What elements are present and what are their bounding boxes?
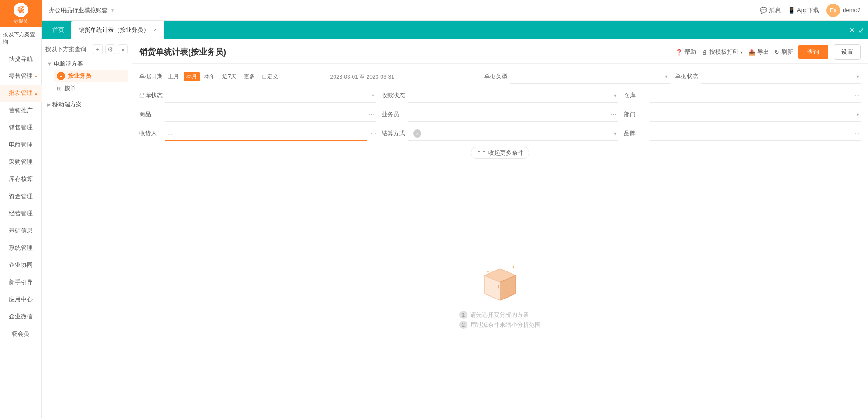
header-left: 办公用品行业模拟账套 ▾	[49, 6, 114, 14]
add-icon: +	[96, 46, 99, 53]
print-btn[interactable]: 🖨 按模板打印 ▾	[702, 48, 743, 56]
receiver-input[interactable]	[165, 126, 367, 141]
sidebar-item-purchase[interactable]: 采购管理	[0, 153, 42, 171]
scheme-order[interactable]: ⊞ 按单	[54, 82, 128, 95]
goods-select[interactable]: ···	[165, 107, 376, 122]
scheme-salesperson[interactable]: ● 按业务员	[54, 70, 128, 82]
refresh-label: 刷新	[781, 48, 793, 56]
collapse-icon: «	[121, 46, 124, 53]
sidebar-item-basic[interactable]: 基础信息	[0, 222, 42, 239]
settlement-select[interactable]: × ▾	[408, 126, 618, 141]
tab-close-btn[interactable]: ×	[154, 27, 157, 33]
svg-text:↑: ↑	[497, 282, 500, 290]
sidebar-item-marketing[interactable]: 营销推广	[0, 102, 42, 119]
tab-expand-icon[interactable]: ⤢	[859, 26, 864, 34]
payment-status-select[interactable]: ▾	[408, 88, 618, 103]
export-icon: 📤	[748, 49, 755, 56]
tab-pin-icon[interactable]: ✕	[849, 26, 855, 34]
date-label: 单据日期	[139, 72, 163, 81]
date-tab-lastmonth[interactable]: 上月	[165, 72, 182, 81]
refresh-btn[interactable]: ↻ 刷新	[774, 48, 793, 56]
message-btn[interactable]: 💬 消息	[760, 6, 781, 14]
filter-row-2: 出库状态 ▾ 收款状态 ▾ 仓库	[139, 88, 861, 103]
sidebar-item-operations[interactable]: 经营管理	[0, 205, 42, 222]
mobile-section-label: 移动端方案	[52, 100, 82, 109]
filter-row-4: 收货人 ··· 结算方式 × ▾ 品牌	[139, 126, 861, 141]
download-icon: 📱	[788, 7, 795, 14]
date-tab-7days[interactable]: 近7天	[220, 72, 239, 81]
export-btn[interactable]: 📤 导出	[748, 48, 769, 56]
collapse-btn[interactable]: ⌃⌃ 收起更多条件	[471, 147, 529, 159]
ship-status-select[interactable]: ▾	[165, 88, 376, 103]
filter-row-1: 单据日期 上月 本月 本年 近7天 更多 自定义	[139, 69, 861, 84]
filter-ship-status: 出库状态 ▾	[139, 88, 376, 103]
filter-doc-type: 单据类型 ▾	[484, 69, 670, 84]
empty-hint-2: 2 用过滤条件来缩小分析范围	[459, 321, 541, 329]
settings-scheme-btn[interactable]: ⚙	[105, 44, 115, 54]
date-tab-thismonth[interactable]: 本月	[184, 72, 200, 81]
svg-text:✦: ✦	[511, 265, 515, 270]
sidebar-item-label: 企业协同	[9, 261, 33, 269]
sidebar-item-system[interactable]: 系统管理	[0, 239, 42, 256]
settings-button[interactable]: 设置	[834, 44, 861, 60]
sidebar-item-finance[interactable]: 资金管理	[0, 188, 42, 205]
sidebar-item-enterprise[interactable]: 企业协同	[0, 256, 42, 274]
add-scheme-btn[interactable]: +	[93, 44, 103, 54]
sidebar-item-appcenter[interactable]: 应用中心	[0, 291, 42, 308]
sidebar-item-quicknav[interactable]: 快捷导航	[0, 50, 42, 67]
salesperson-select[interactable]: ···	[408, 107, 618, 122]
doc-status-label: 单据状态	[675, 72, 698, 81]
sidebar-item-sales[interactable]: 销售管理	[0, 119, 42, 136]
sidebar-item-inventory[interactable]: 库存核算	[0, 171, 42, 188]
date-tab-thisyear[interactable]: 本年	[202, 72, 218, 81]
sidebar-item-label: 零售管理	[9, 72, 33, 80]
breadcrumb-arrow: ▾	[111, 7, 114, 14]
sidebar-item-newguide[interactable]: 新手引导	[0, 274, 42, 291]
warehouse-label: 仓库	[624, 91, 647, 100]
svg-text:✦: ✦	[486, 270, 490, 274]
help-label: 帮助	[684, 48, 696, 56]
doc-type-select[interactable]: ▾	[510, 69, 670, 84]
filter-dept: 部门 ▾	[624, 107, 861, 122]
filter-settlement: 结算方式 × ▾	[382, 126, 618, 141]
brand-select[interactable]: ···	[650, 126, 861, 141]
date-tab-custom[interactable]: 自定义	[259, 72, 281, 81]
collapse-panel-btn[interactable]: «	[118, 44, 128, 54]
settlement-label: 结算方式	[382, 129, 405, 138]
app-download-btn[interactable]: 📱 App下载	[788, 6, 819, 14]
mobile-section-item[interactable]: ▶ 移动端方案	[45, 99, 128, 110]
help-btn[interactable]: ❓ 帮助	[675, 48, 696, 56]
filter-salesperson: 业务员 ···	[382, 107, 618, 122]
top-header: 办公用品行业模拟账套 ▾ 💬 消息 📱 App下载 Ea demo2	[42, 0, 868, 21]
query-button[interactable]: 查询	[798, 45, 828, 59]
dept-chevron-icon: ▾	[856, 111, 859, 118]
settlement-clear-btn[interactable]: ×	[413, 129, 421, 138]
message-icon: 💬	[760, 7, 767, 14]
collapse-bar: ⌃⌃ 收起更多条件	[139, 145, 861, 162]
user-menu[interactable]: Ea demo2	[826, 4, 861, 17]
collapse-label: 收起更多条件	[488, 149, 524, 157]
empty-text-area: 1 请先选择要分析的方案 2 用过滤条件来缩小分析范围	[459, 311, 541, 329]
tab-active[interactable]: 销货单统计表（按业务员） ×	[71, 21, 164, 39]
tab-home-label: 首页	[52, 26, 64, 34]
date-tab-more[interactable]: 更多	[241, 72, 257, 81]
page-actions: ❓ 帮助 🖨 按模板打印 ▾ 📤 导出 ↻ 刷新	[675, 44, 861, 60]
ship-status-label: 出库状态	[139, 91, 163, 100]
filter-receiver: 收货人 ···	[139, 126, 376, 141]
settings-icon: ⚙	[108, 46, 113, 53]
sidebar-item-wholesale[interactable]: 批发管理	[0, 85, 42, 102]
sidebar-item-retail[interactable]: 零售管理	[0, 67, 42, 85]
settlement-chevron-icon: ▾	[614, 130, 617, 137]
dept-select[interactable]: ▾	[650, 107, 861, 122]
sidebar-search[interactable]: 按以下方案查询	[0, 27, 42, 50]
tab-home[interactable]: 首页	[45, 21, 71, 39]
sidebar-item-ecommerce[interactable]: 电商管理	[0, 136, 42, 153]
sidebar-item-wechat[interactable]: 企业微信	[0, 308, 42, 325]
warehouse-dots-icon: ···	[853, 91, 859, 100]
desktop-section-item[interactable]: ▼ 电脑端方案	[45, 58, 128, 70]
filter-warehouse: 仓库 ···	[624, 88, 861, 103]
sidebar-item-member[interactable]: 畅会员	[0, 325, 42, 342]
warehouse-select[interactable]: ···	[650, 88, 861, 103]
doc-status-select[interactable]: ▾	[701, 69, 861, 84]
salesperson-label: 业务员	[382, 110, 405, 119]
